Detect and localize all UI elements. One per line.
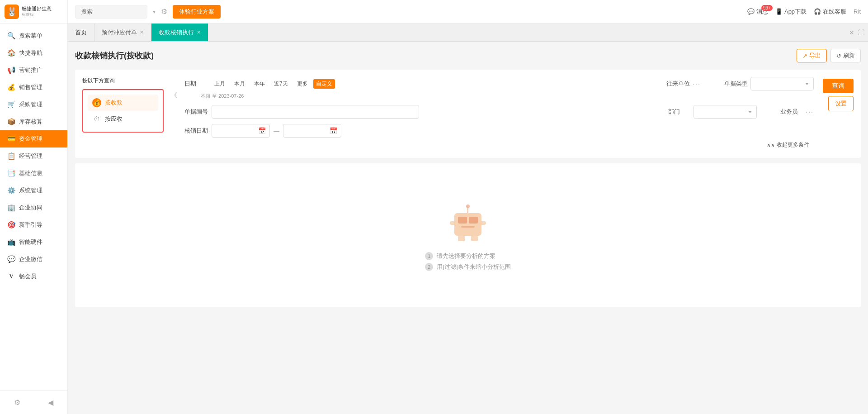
basic-icon: 📑 <box>7 169 15 177</box>
sidebar-item-search[interactable]: 🔍 搜索菜单 <box>0 27 67 44</box>
partner-select[interactable]: ··· <box>693 80 701 87</box>
export-button[interactable]: ↗ 导出 <box>797 49 827 62</box>
tabbar: 首页 预付冲应付单 ✕ 收款核销执行 ✕ ✕ ⛶ <box>68 24 868 42</box>
sidebar-item-inventory[interactable]: 📦 库存核算 <box>0 113 67 130</box>
expand-icon[interactable]: ⛶ <box>858 29 864 36</box>
writeoff-start-date-input[interactable]: 2023-03-01 📅 <box>212 124 270 138</box>
filter-right-panel: 日期 上月 本月 本年 近7天 更多 自定义 <box>184 77 854 151</box>
dept-label: 部门 <box>668 108 691 116</box>
tip-number-1: 1 <box>425 252 433 260</box>
sidebar-item-member[interactable]: V 畅会员 <box>0 268 67 285</box>
tabbar-actions: ✕ ⛶ <box>845 24 868 41</box>
sidebar-nav: 🔍 搜索菜单 🏠 快捷导航 📢 营销推广 💰 销售管理 🛒 采购管理 📦 库存核… <box>0 24 67 390</box>
filter-partner-item: 往来单位 ··· <box>666 80 701 88</box>
writeoff-start-input[interactable]: 2023-03-01 <box>216 128 256 134</box>
doc-no-input[interactable] <box>212 105 419 119</box>
gear-icon[interactable]: ⚙ <box>161 7 167 16</box>
home-icon: 🏠 <box>7 49 15 57</box>
sidebar-item-corp[interactable]: 🏢 企业协同 <box>0 199 67 216</box>
filter-date-item: 日期 上月 本月 本年 近7天 更多 自定义 <box>184 79 418 89</box>
collapse-more-button[interactable]: ∧∧ 收起更多条件 <box>762 139 814 151</box>
svg-rect-4 <box>450 221 455 225</box>
filter-row-1: 日期 上月 本月 本年 近7天 更多 自定义 <box>184 77 814 90</box>
more-date-button[interactable]: 更多 <box>293 79 311 89</box>
calendar-icon[interactable]: 📅 <box>330 127 337 134</box>
chevron-down-icon[interactable]: ▾ <box>153 9 156 15</box>
date-sub-row: 不限 至 2023-07-26 <box>184 92 814 100</box>
this-month-button[interactable]: 本月 <box>231 79 249 89</box>
topbar-search-input[interactable] <box>75 5 147 19</box>
sidebar-item-sales[interactable]: 💰 销售管理 <box>0 79 67 96</box>
chevron-down-icon <box>805 83 809 85</box>
doc-type-label: 单据类型 <box>724 80 748 88</box>
tip-text-2: 用[过滤]条件来缩小分析范围 <box>437 263 510 271</box>
sidebar-item-label: 经营管理 <box>19 152 42 160</box>
tip-number-2: 2 <box>425 263 433 271</box>
sidebar-item-basic[interactable]: 📑 基础信息 <box>0 165 67 182</box>
last-7days-button[interactable]: 近7天 <box>270 79 292 89</box>
sidebar-item-wechat[interactable]: 💬 企业微信 <box>0 251 67 268</box>
calendar-icon[interactable]: 📅 <box>258 127 266 134</box>
filter-option-by-receipt[interactable]: 💰 按收款 <box>88 95 158 111</box>
collapse-sidebar-icon[interactable]: ◀ <box>46 396 55 409</box>
sidebar-logo: 🐰 畅捷通好生意 标准版 <box>0 0 67 24</box>
sidebar-item-marketing[interactable]: 📢 营销推广 <box>0 62 67 79</box>
settings-button[interactable]: 设置 <box>828 96 854 111</box>
receipt-tab-label: 收款核销执行 <box>159 29 194 37</box>
business-icon: 📋 <box>7 152 15 160</box>
filter-action-buttons: 查询 设置 <box>823 79 854 111</box>
sidebar-item-business[interactable]: 📋 经营管理 <box>0 148 67 165</box>
sidebar-item-finance[interactable]: 💳 资金管理 <box>0 130 67 148</box>
tab-home[interactable]: 首页 <box>68 24 94 41</box>
dept-select[interactable] <box>693 105 757 119</box>
last-month-button[interactable]: 上月 <box>211 79 229 89</box>
filter-option-by-receivable[interactable]: ⏱ 按应收 <box>88 111 158 127</box>
tab-close-prepay[interactable]: ✕ <box>140 29 144 35</box>
date-label: 日期 <box>184 80 207 88</box>
query-button[interactable]: 查询 <box>823 79 854 93</box>
sidebar-item-purchase[interactable]: 🛒 采购管理 <box>0 96 67 113</box>
doc-type-select[interactable] <box>750 77 814 90</box>
refresh-icon: ↺ <box>836 52 841 59</box>
refresh-button[interactable]: ↺ 刷新 <box>830 49 861 62</box>
message-button[interactable]: 💬 消息 99+ <box>747 8 768 16</box>
user-name[interactable]: Rit <box>854 8 861 15</box>
collapse-filter-button[interactable]: 《 <box>169 90 179 101</box>
filter-row-2: 单据编号 部门 <box>184 105 814 119</box>
prepay-tab-label: 预付冲应付单 <box>102 29 137 37</box>
this-year-button[interactable]: 本年 <box>250 79 269 89</box>
empty-tip-2: 2 用[过滤]条件来缩小分析范围 <box>425 263 510 271</box>
sidebar-item-guide[interactable]: 🎯 新手引导 <box>0 216 67 233</box>
filter-left-panel: 按以下方查询 💰 按收款 ⏱ 按应收 <box>82 77 164 151</box>
writeoff-end-input[interactable]: 2023-07-21 <box>287 128 328 134</box>
online-service-button[interactable]: 🎧 在线客服 <box>814 8 846 16</box>
tab-prepay[interactable]: 预付冲应付单 ✕ <box>94 24 151 41</box>
staff-select[interactable]: ··· <box>806 108 814 115</box>
app-label: App下载 <box>784 8 807 16</box>
filter-writeoff-date-item: 核销日期 2023-03-01 📅 — 2023-07-21 📅 <box>184 124 814 138</box>
sidebar-item-system[interactable]: ⚙️ 系统管理 <box>0 182 67 199</box>
search-icon: 🔍 <box>7 32 15 40</box>
sidebar-item-hardware[interactable]: 📺 智能硬件 <box>0 233 67 251</box>
wechat-icon: 💬 <box>7 255 15 263</box>
writeoff-end-date-input[interactable]: 2023-07-21 📅 <box>283 124 341 138</box>
svg-rect-7 <box>471 236 478 241</box>
close-tab-icon[interactable]: ✕ <box>849 29 854 36</box>
app-download-button[interactable]: 📱 App下载 <box>775 8 807 16</box>
svg-rect-3 <box>461 226 475 228</box>
filter-staff-item: 业务员 ··· <box>780 108 814 116</box>
logo-badge: 标准版 <box>22 12 52 18</box>
sidebar-item-label: 快捷导航 <box>19 49 42 57</box>
sidebar-item-label: 库存核算 <box>19 118 42 126</box>
page-actions: ↗ 导出 ↺ 刷新 <box>797 49 861 62</box>
sidebar-item-label: 资金管理 <box>19 135 42 143</box>
industry-solution-button[interactable]: 体验行业方案 <box>173 5 221 19</box>
sidebar-item-quick-nav[interactable]: 🏠 快捷导航 <box>0 44 67 62</box>
settings-bottom-icon[interactable]: ⚙ <box>12 396 22 409</box>
tab-close-receipt[interactable]: ✕ <box>197 29 201 35</box>
sidebar-item-label: 系统管理 <box>19 186 42 195</box>
empty-tip-1: 1 请先选择要分析的方案 <box>425 252 510 260</box>
empty-illustration <box>441 200 495 245</box>
tab-receipt[interactable]: 收款核销执行 ✕ <box>151 24 208 41</box>
message-badge: 99+ <box>761 5 773 11</box>
